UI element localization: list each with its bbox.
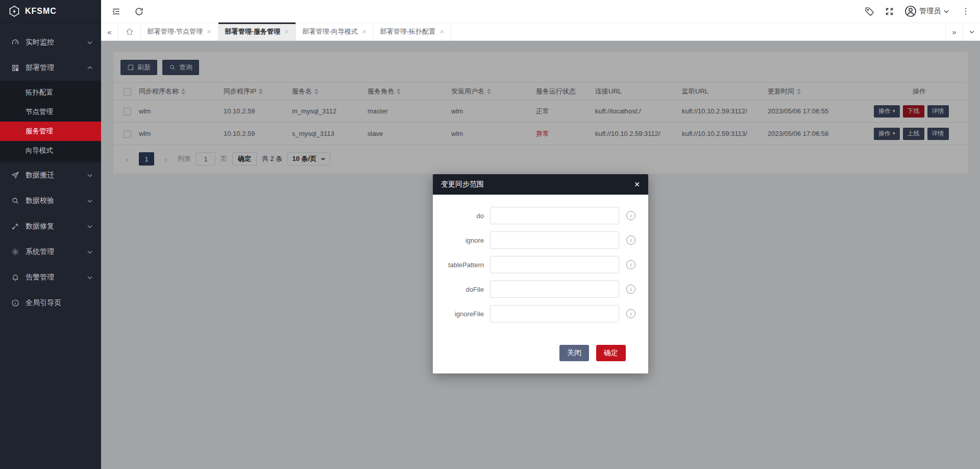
sidebar-item-label: 全局引导页 [26,298,93,308]
tabs-menu-icon[interactable] [963,23,980,40]
change-sync-range-modal: 变更同步范围 ✕ do i ignore i tablePat [433,174,648,373]
tabbar-spacer [451,23,945,40]
tab-label: 部署管理-向导模式 [303,27,358,36]
sidebar-item-label: 数据校验 [26,196,87,205]
do-file-input[interactable] [490,280,619,298]
tabs-scroll-left-icon[interactable]: « [101,23,118,40]
field-row-ignore-file: ignoreFile i [433,305,648,322]
page-refresh-icon[interactable] [134,7,144,16]
chevron-down-icon [87,39,93,45]
field-row-table-pattern: tablePattern i [433,256,648,273]
main-column: 管理员 ⋮ « 部署管理-节点管理 ✕ 部署管理-服务管理 ✕ [101,0,980,469]
do-input[interactable] [490,207,619,224]
tag-icon[interactable] [865,7,874,16]
chevron-down-icon [943,8,949,14]
modal-body: do i ignore i tablePattern i [433,195,648,322]
sidebar-item-node-manage[interactable]: 节点管理 [0,102,101,122]
tab-topology-config[interactable]: 部署管理-拓扑配置 ✕ [374,23,451,40]
sidebar-item-data-verify[interactable]: 数据校验 [0,188,101,214]
home-tab-icon[interactable] [118,23,141,40]
table-pattern-input[interactable] [490,256,619,273]
close-icon[interactable]: ✕ [439,29,444,35]
ignore-file-input[interactable] [490,305,619,322]
deploy-grid-icon [11,64,19,72]
content-area: 刷新 查询 [101,41,980,469]
gear-icon [11,248,19,256]
sidebar-item-data-migration[interactable]: 数据搬迁 [0,162,101,188]
tab-label: 部署管理-拓扑配置 [380,27,435,36]
field-row-ignore: ignore i [433,231,648,249]
info-icon[interactable]: i [626,236,635,245]
send-icon [11,171,19,179]
gauge-icon [11,38,19,46]
tab-wizard-mode[interactable]: 部署管理-向导模式 ✕ [296,23,374,40]
chevron-down-icon [87,172,93,178]
fullscreen-icon[interactable] [885,7,894,16]
modal-title: 变更同步范围 [441,180,484,189]
close-icon[interactable]: ✕ [284,29,289,35]
field-row-do: do i [433,207,648,224]
chevron-down-icon [87,274,93,280]
close-icon[interactable]: ✕ [634,180,640,189]
user-menu[interactable]: 管理员 [904,5,949,17]
tab-service-manage[interactable]: 部署管理-服务管理 ✕ [218,23,296,40]
ignore-input[interactable] [490,231,619,249]
close-icon[interactable]: ✕ [207,29,211,35]
topbar: 管理员 ⋮ [101,0,980,22]
app-root: KFSMC 实时监控 部署管理 拓扑配置 [0,0,980,469]
sidebar-item-service-manage[interactable]: 服务管理 [0,122,101,141]
sub-item-label: 向导模式 [26,146,53,155]
sidebar-nav: 实时监控 部署管理 拓扑配置 节点管理 服务管理 [0,22,101,469]
user-name: 管理员 [919,7,941,16]
sidebar-item-topology-config[interactable]: 拓扑配置 [0,83,101,102]
sidebar-item-label: 告警管理 [26,273,87,282]
modal-footer: 关闭 确定 [433,330,648,373]
close-icon[interactable]: ✕ [362,29,366,35]
sidebar-item-label: 数据修复 [26,222,87,231]
brand-hexagon-icon [8,5,20,17]
chevron-up-icon [87,65,93,71]
modal-confirm-button[interactable]: 确定 [596,345,626,361]
sub-item-label: 服务管理 [26,127,53,136]
sidebar-item-global-guide[interactable]: 全局引导页 [0,290,101,316]
alarm-bell-icon [11,273,19,282]
tools-icon [11,222,19,230]
chevron-down-icon [87,249,93,255]
sidebar-item-label: 数据搬迁 [26,171,87,180]
brand-name: KFSMC [25,7,57,16]
sidebar-submenu-deploy: 拓扑配置 节点管理 服务管理 向导模式 [0,81,101,162]
chevron-down-icon [87,223,93,229]
chevron-down-icon [87,198,93,204]
info-icon[interactable]: i [626,285,635,294]
sidebar-item-label: 部署管理 [26,63,87,73]
tabs-scroll-right-icon[interactable]: » [945,23,963,40]
sidebar: KFSMC 实时监控 部署管理 拓扑配置 [0,0,101,469]
field-label: do [433,212,490,220]
modal-close-button[interactable]: 关闭 [559,345,589,361]
sidebar-item-label: 系统管理 [26,247,87,256]
tab-label: 部署管理-服务管理 [225,27,280,36]
avatar [904,5,917,17]
sidebar-collapse-icon[interactable] [111,7,121,16]
sidebar-item-system-manage[interactable]: 系统管理 [0,239,101,265]
sub-item-label: 节点管理 [26,107,53,116]
info-circle-icon [11,299,19,307]
info-icon[interactable]: i [626,309,635,318]
sidebar-item-alarm-manage[interactable]: 告警管理 [0,265,101,290]
more-options-icon[interactable]: ⋮ [960,6,972,16]
sidebar-item-label: 实时监控 [26,38,87,47]
sidebar-item-wizard-mode[interactable]: 向导模式 [0,141,101,160]
sidebar-item-deploy-manage[interactable]: 部署管理 [0,55,101,81]
info-icon[interactable]: i [626,260,635,269]
sidebar-item-data-repair[interactable]: 数据修复 [0,214,101,239]
sidebar-item-realtime-monitor[interactable]: 实时监控 [0,30,101,55]
field-label: ignore [433,237,490,244]
search-icon [11,197,19,205]
field-label: doFile [433,286,490,293]
info-icon[interactable]: i [626,211,635,220]
field-label: tablePattern [433,261,490,269]
tab-node-manage[interactable]: 部署管理-节点管理 ✕ [141,23,218,40]
sub-item-label: 拓扑配置 [26,88,53,97]
tabbar: « 部署管理-节点管理 ✕ 部署管理-服务管理 ✕ 部署管理-向导模式 ✕ 部署… [101,22,980,41]
field-label: ignoreFile [433,310,490,318]
